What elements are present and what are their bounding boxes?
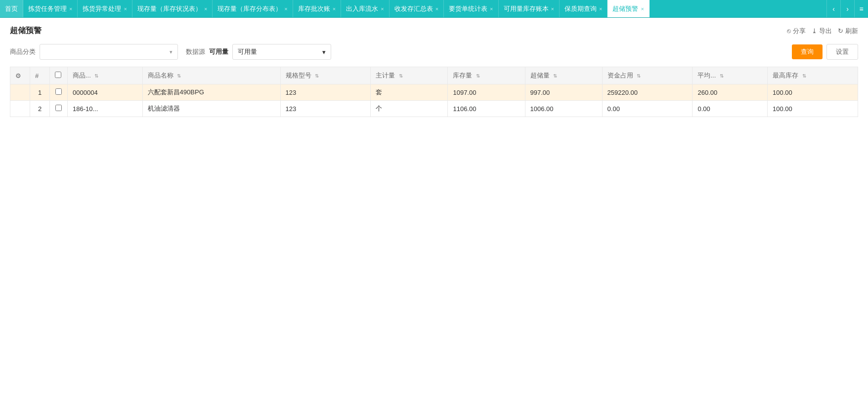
- header-actions: ⎋ 分享 ⤓ 导出 ↻ 刷新: [787, 27, 858, 36]
- close-icon[interactable]: ×: [490, 6, 493, 12]
- chevron-down-icon: ▾: [170, 49, 173, 55]
- nav-tab-stock-status[interactable]: 现存量（库存状况表） ×: [132, 0, 213, 18]
- row-product-code: 186-10...: [68, 101, 143, 117]
- col-product-name[interactable]: 商品名称 ⇅: [142, 67, 280, 84]
- refresh-icon: ↻: [838, 27, 843, 35]
- nav-tab-available[interactable]: 可用量库存账本 ×: [499, 0, 560, 18]
- nav-arrow-right[interactable]: ›: [840, 0, 854, 18]
- row-num-cell: 2: [30, 101, 50, 117]
- row-spec: 123: [280, 84, 371, 101]
- datasource-select-value: 可用量: [238, 47, 257, 56]
- nav-tab-abnormal[interactable]: 拣货异常处理 ×: [78, 0, 132, 18]
- sort-icon: ⇅: [399, 73, 403, 79]
- datasource-value: 可用量: [209, 47, 228, 56]
- sort-icon: ⇅: [637, 73, 641, 79]
- nav-arrow-left[interactable]: ‹: [826, 0, 840, 18]
- nav-tab-order-stats[interactable]: 要货单统计表 ×: [444, 0, 498, 18]
- row-stock-qty: 1097.00: [448, 84, 525, 101]
- close-icon[interactable]: ×: [599, 6, 602, 12]
- share-icon: ⎋: [787, 27, 791, 35]
- nav-tab-inout[interactable]: 出入库流水 ×: [341, 0, 389, 18]
- page-content: 超储预警 ⎋ 分享 ⤓ 导出 ↻ 刷新 商品分类: [0, 18, 868, 395]
- row-spec: 123: [280, 101, 371, 117]
- nav-tab-collect[interactable]: 收发存汇总表 ×: [390, 0, 444, 18]
- close-icon[interactable]: ×: [284, 6, 287, 12]
- category-filter: 商品分类 ▾: [10, 44, 178, 60]
- col-unit[interactable]: 主计量 ⇅: [371, 67, 448, 84]
- filter-right-group: 查询 设置: [792, 44, 858, 60]
- settings-icon: ⚙: [15, 72, 21, 79]
- close-icon[interactable]: ×: [381, 6, 384, 12]
- row-check-cell[interactable]: [50, 101, 68, 117]
- filter-area: 商品分类 ▾ 数据源 可用量 可用量 ▾ 查询 设置: [10, 44, 858, 60]
- col-check[interactable]: [50, 67, 68, 84]
- share-button[interactable]: ⎋ 分享: [787, 27, 806, 36]
- nav-tab-task-mgmt[interactable]: 拣货任务管理 ×: [23, 0, 78, 18]
- category-select[interactable]: ▾: [40, 44, 178, 60]
- nav-tab-stock-dist[interactable]: 现存量（库存分布表） ×: [213, 0, 293, 18]
- col-overstock-qty[interactable]: 超储量 ⇅: [525, 67, 602, 84]
- datasource-filter: 数据源 可用量 可用量 ▾: [186, 44, 331, 60]
- col-avg[interactable]: 平均... ⇅: [693, 67, 768, 84]
- nav-arrow-menu[interactable]: ≡: [854, 0, 868, 18]
- data-table: ⚙ # 商品... ⇅ 商品名称 ⇅ 规格型号: [10, 67, 858, 117]
- row-max-stock: 100.00: [768, 84, 858, 101]
- sort-icon: ⇅: [720, 73, 724, 79]
- close-icon[interactable]: ×: [69, 6, 72, 12]
- row-settings-cell: [10, 84, 30, 101]
- close-icon[interactable]: ×: [333, 6, 336, 12]
- row-capital: 0.00: [602, 101, 693, 117]
- close-icon[interactable]: ×: [551, 6, 554, 12]
- col-stock-qty[interactable]: 库存量 ⇅: [448, 67, 525, 84]
- row-settings-cell: [10, 101, 30, 117]
- row-overstock-qty: 997.00: [525, 84, 602, 101]
- table-header-row: ⚙ # 商品... ⇅ 商品名称 ⇅ 规格型号: [10, 67, 858, 84]
- col-max-stock[interactable]: 最高库存 ⇅: [768, 67, 858, 84]
- close-icon[interactable]: ×: [435, 6, 438, 12]
- row-avg: 0.00: [693, 101, 768, 117]
- query-button[interactable]: 查询: [792, 44, 823, 59]
- filter-left-group: 商品分类 ▾ 数据源 可用量 可用量 ▾: [10, 44, 331, 60]
- nav-tab-overstock[interactable]: 超储预警 ×: [608, 0, 649, 18]
- page-header: 超储预警 ⎋ 分享 ⤓ 导出 ↻ 刷新: [10, 26, 858, 36]
- datasource-label: 数据源: [186, 47, 205, 56]
- refresh-button[interactable]: ↻ 刷新: [838, 27, 858, 36]
- row-checkbox[interactable]: [55, 105, 62, 111]
- nav-tab-home[interactable]: 首页: [0, 0, 23, 18]
- sort-icon: ⇅: [553, 73, 557, 79]
- table-body: 1 0000004 六配套新昌490BPG 123 套 1097.00 997.…: [10, 84, 858, 117]
- category-label: 商品分类: [10, 47, 36, 56]
- row-overstock-qty: 1006.00: [525, 101, 602, 117]
- row-max-stock: 100.00: [768, 101, 858, 117]
- sort-icon: ⇅: [476, 73, 480, 79]
- col-capital[interactable]: 资金占用 ⇅: [602, 67, 693, 84]
- row-avg: 260.00: [693, 84, 768, 101]
- row-unit: 套: [371, 84, 448, 101]
- settings-button[interactable]: 设置: [826, 44, 858, 60]
- sort-icon: ⇅: [94, 73, 98, 79]
- col-spec[interactable]: 规格型号 ⇅: [280, 67, 371, 84]
- select-all-checkbox[interactable]: [55, 72, 61, 78]
- close-icon[interactable]: ×: [204, 6, 207, 12]
- row-checkbox[interactable]: [55, 88, 62, 95]
- row-product-code: 0000004: [68, 84, 143, 101]
- close-icon[interactable]: ×: [124, 6, 127, 12]
- col-product-code[interactable]: 商品... ⇅: [68, 67, 143, 84]
- sort-icon: ⇅: [802, 73, 806, 79]
- datasource-select[interactable]: 可用量 ▾: [232, 44, 331, 60]
- top-nav: 首页 拣货任务管理 × 拣货异常处理 × 现存量（库存状况表） × 现存量（库存…: [0, 0, 868, 18]
- nav-tab-batch[interactable]: 库存批次账 ×: [293, 0, 341, 18]
- sort-icon: ⇅: [315, 73, 319, 79]
- row-stock-qty: 1106.00: [448, 101, 525, 117]
- page-title: 超储预警: [10, 26, 42, 36]
- export-icon: ⤓: [812, 27, 817, 35]
- table-row: 2 186-10... 机油滤清器 123 个 1106.00 1006.00 …: [10, 101, 858, 117]
- chevron-down-icon: ▾: [322, 48, 326, 56]
- close-icon[interactable]: ×: [641, 6, 644, 12]
- row-num-cell: 1: [30, 84, 50, 101]
- export-button[interactable]: ⤓ 导出: [812, 27, 832, 36]
- row-check-cell[interactable]: [50, 84, 68, 101]
- col-settings[interactable]: ⚙: [10, 67, 30, 84]
- nav-tab-quality[interactable]: 保质期查询 ×: [560, 0, 608, 18]
- row-unit: 个: [371, 101, 448, 117]
